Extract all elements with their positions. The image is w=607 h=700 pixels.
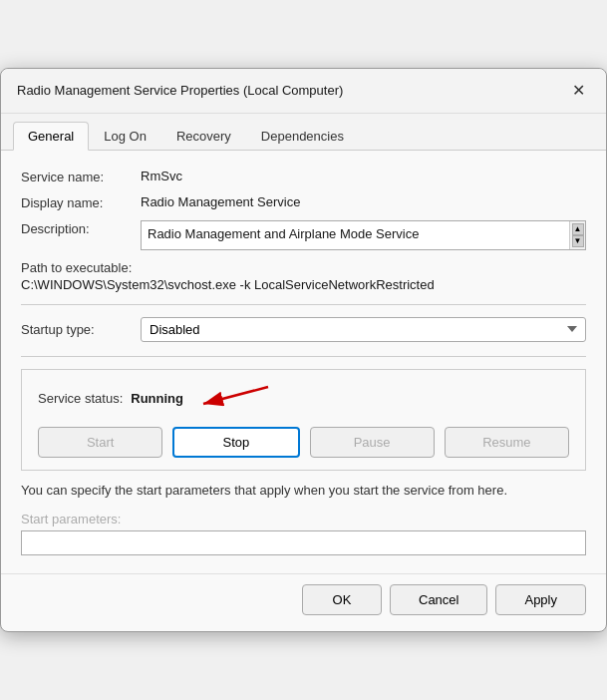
apply-button[interactable]: Apply [495,584,586,615]
service-status-label: Service status: [38,391,123,406]
start-params-label: Start parameters: [21,512,586,526]
ok-button[interactable]: OK [302,584,382,615]
red-arrow-icon [193,382,273,415]
scroll-down-btn[interactable]: ▼ [572,235,584,247]
start-params-section: Start parameters: [21,512,586,555]
service-buttons: Start Stop Pause Resume [38,427,569,458]
tab-content: Service name: RmSvc Display name: Radio … [1,151,606,574]
description-row: Description: Radio Management and Airpla… [21,220,586,250]
start-params-input[interactable] [21,530,586,555]
close-button[interactable]: ✕ [566,79,590,103]
description-box: Radio Management and Airplane Mode Servi… [141,220,586,250]
properties-dialog: Radio Management Service Properties (Loc… [0,68,607,633]
path-label: Path to executable: [21,260,586,275]
start-button[interactable]: Start [38,427,162,458]
path-value: C:\WINDOWS\System32\svchost.exe -k Local… [21,277,586,292]
description-label: Description: [21,220,141,236]
service-name-value: RmSvc [141,169,586,183]
description-scrollbar[interactable]: ▲ ▼ [569,221,585,249]
tab-dependencies[interactable]: Dependencies [246,122,359,151]
tab-recovery[interactable]: Recovery [161,122,246,151]
dialog-title: Radio Management Service Properties (Loc… [17,83,343,98]
scroll-up-btn[interactable]: ▲ [572,223,584,235]
service-name-label: Service name: [21,169,141,184]
stop-button[interactable]: Stop [172,427,299,458]
bottom-buttons: OK Cancel Apply [1,573,606,631]
startup-select[interactable]: Automatic Automatic (Delayed Start) Manu… [141,317,586,342]
display-name-row: Display name: Radio Management Service [21,194,586,210]
resume-button[interactable]: Resume [445,427,569,458]
tab-logon[interactable]: Log On [89,122,161,151]
pause-button[interactable]: Pause [310,427,435,458]
path-section: Path to executable: C:\WINDOWS\System32\… [21,260,586,292]
tab-general[interactable]: General [13,122,89,151]
startup-label: Startup type: [21,322,141,337]
display-name-label: Display name: [21,194,141,210]
divider-1 [21,304,586,305]
service-status-row: Service status: Running [38,382,569,415]
cancel-button[interactable]: Cancel [390,584,487,615]
service-status-value: Running [131,391,183,406]
tab-bar: General Log On Recovery Dependencies [1,114,606,151]
svg-line-1 [203,387,268,404]
divider-2 [21,356,586,357]
info-text: You can specify the start parameters tha… [21,481,586,501]
service-name-row: Service name: RmSvc [21,169,586,184]
startup-row: Startup type: Automatic Automatic (Delay… [21,317,586,342]
title-bar: Radio Management Service Properties (Loc… [1,69,606,114]
service-status-section: Service status: Running Sta [21,369,586,471]
description-text: Radio Management and Airplane Mode Servi… [142,221,569,249]
display-name-value: Radio Management Service [141,194,586,209]
